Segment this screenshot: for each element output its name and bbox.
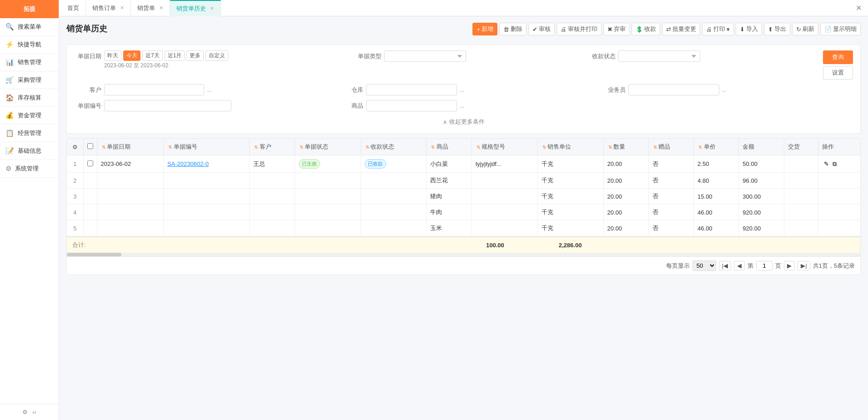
- cell-doc-status: [295, 173, 361, 189]
- toolbar-export-btn[interactable]: ⬆ 导出: [764, 23, 790, 35]
- payment-status-select[interactable]: [618, 50, 700, 62]
- toolbar-abandon-btn[interactable]: ✖ 弃审: [603, 23, 630, 35]
- sidebar-btn-collapse[interactable]: ‹‹: [32, 409, 36, 415]
- tab-sales-order-close[interactable]: ✕: [120, 5, 124, 11]
- tab-sales-history[interactable]: 销货单历史 ✕: [170, 0, 221, 16]
- cell-doc-no[interactable]: [163, 205, 250, 220]
- prev-page-btn[interactable]: ◀: [734, 261, 745, 270]
- table-header-row: ⚙ ⇅ 单据日期 ⇅ 单据编号: [67, 139, 860, 155]
- cell-doc-no[interactable]: [163, 220, 250, 236]
- toolbar-new-btn[interactable]: + 新增: [472, 23, 497, 35]
- salesperson-input[interactable]: [628, 84, 719, 95]
- th-spec-type[interactable]: ⇅ 规格型号: [472, 139, 537, 155]
- scrollbar-thumb[interactable]: [67, 253, 121, 256]
- copy-btn[interactable]: ⧉: [831, 160, 838, 169]
- row-num: 3: [67, 189, 83, 205]
- doc-type-select[interactable]: [384, 50, 466, 62]
- cell-doc-no[interactable]: [163, 189, 250, 205]
- doc-no-link[interactable]: SA-20230602-0: [167, 160, 209, 167]
- tab-sales-order[interactable]: 销售订单 ✕: [86, 0, 131, 16]
- toolbar-delete-btn[interactable]: 🗑 删除: [499, 23, 527, 35]
- th-unit-price[interactable]: ⇅ 单价: [694, 139, 739, 155]
- warehouse-more[interactable]: ...: [460, 87, 464, 93]
- th-qty[interactable]: ⇅ 数量: [603, 139, 648, 155]
- sidebar-item-purchase-mgmt[interactable]: 🛒 采购管理: [0, 71, 59, 89]
- th-checkbox[interactable]: [83, 139, 97, 155]
- th-gift[interactable]: ⇅ 赠品: [648, 139, 693, 155]
- toolbar-refresh-btn[interactable]: ↻ 刷新: [792, 23, 818, 35]
- horizontal-scrollbar[interactable]: [67, 253, 860, 256]
- sidebar-btn-settings[interactable]: ⚙: [22, 409, 28, 415]
- date-btn-custom[interactable]: 自定义: [206, 50, 228, 61]
- row-checkbox-cell[interactable]: [83, 155, 97, 173]
- customer-input[interactable]: [104, 84, 204, 95]
- last-page-btn[interactable]: ▶|: [798, 261, 810, 270]
- doc-no-input[interactable]: [104, 100, 231, 111]
- sort-icon: ⇅: [102, 145, 105, 150]
- row-checkbox-cell[interactable]: [83, 189, 97, 205]
- th-payment-status[interactable]: ⇅ 收款状态: [361, 139, 426, 155]
- sidebar-item-basic-info[interactable]: 📝 基础信息: [0, 142, 59, 160]
- row-checkbox[interactable]: [87, 160, 93, 166]
- close-all-tabs[interactable]: ✕: [851, 4, 866, 12]
- date-btn-more[interactable]: 更多: [186, 50, 204, 61]
- toolbar-import-btn[interactable]: ⬇ 导入: [736, 23, 762, 35]
- current-page-input[interactable]: [756, 261, 773, 270]
- date-btn-last7[interactable]: 近7天: [142, 50, 163, 61]
- cell-gift: 否: [648, 189, 693, 205]
- next-page-btn[interactable]: ▶: [784, 261, 795, 270]
- edit-btn[interactable]: ✎: [822, 160, 831, 168]
- th-sales-unit[interactable]: ⇅ 销售单位: [537, 139, 603, 155]
- th-customer[interactable]: ⇅ 客户: [250, 139, 295, 155]
- th-goods[interactable]: ⇅ 商品: [426, 139, 472, 155]
- toolbar-collect-btn[interactable]: 💲 收款: [632, 23, 660, 35]
- warehouse-input[interactable]: [366, 84, 457, 95]
- cell-doc-no[interactable]: [163, 173, 250, 189]
- cell-customer: 王总: [250, 155, 295, 173]
- filter-settings-button[interactable]: 设置: [823, 66, 853, 80]
- tab-sales-history-close[interactable]: ✕: [210, 5, 214, 11]
- toolbar-show-detail-btn[interactable]: 📄 显示明细: [820, 23, 861, 35]
- page-size-select[interactable]: 50 20 100: [692, 260, 716, 271]
- sidebar-item-quick-nav[interactable]: ⚡ 快捷导航: [0, 36, 59, 54]
- row-checkbox-cell[interactable]: [83, 205, 97, 220]
- th-settings[interactable]: ⚙: [67, 139, 83, 155]
- date-btn-today[interactable]: 今天: [123, 50, 140, 61]
- cell-unit-price: 2.50: [694, 155, 739, 173]
- sidebar-item-sys-mgmt[interactable]: ⚙ 系统管理: [0, 160, 59, 178]
- sidebar-item-ops-mgmt[interactable]: 📋 经营管理: [0, 125, 59, 142]
- toolbar-print-btn[interactable]: 🖨 打印 ▾: [702, 23, 734, 35]
- th-doc-no[interactable]: ⇅ 单据编号: [163, 139, 250, 155]
- th-doc-status[interactable]: ⇅ 单据状态: [295, 139, 361, 155]
- toolbar-audit-btn[interactable]: ✔ 审核: [528, 23, 555, 35]
- date-btn-last1m[interactable]: 近1月: [165, 50, 185, 61]
- cell-qty: 20.00: [603, 155, 648, 173]
- tab-sales-delivery[interactable]: 销货单 ✕: [131, 0, 170, 16]
- date-btn-yesterday[interactable]: 昨天: [104, 50, 121, 61]
- cell-gift: 否: [648, 173, 693, 189]
- goods-more[interactable]: ...: [460, 103, 464, 109]
- sidebar-item-finance[interactable]: 💰 资金管理: [0, 107, 59, 125]
- row-checkbox-cell[interactable]: [83, 173, 97, 189]
- cell-doc-no[interactable]: SA-20230602-0: [163, 155, 250, 173]
- cell-qty: 20.00: [603, 189, 648, 205]
- sidebar-item-search-menu[interactable]: 🔍 搜索菜单: [0, 18, 59, 36]
- collapse-button[interactable]: ∧ 收起更多条件: [74, 116, 853, 128]
- row-checkbox-cell[interactable]: [83, 220, 97, 236]
- toolbar-batch-change-btn[interactable]: ⇄ 批量变更: [662, 23, 700, 35]
- sidebar-item-sales-mgmt[interactable]: 📊 销售管理: [0, 54, 59, 71]
- sidebar-item-inventory[interactable]: 🏠 库存核算: [0, 89, 59, 107]
- first-page-btn[interactable]: |◀: [719, 261, 731, 270]
- customer-more[interactable]: ...: [207, 87, 211, 93]
- query-button[interactable]: 查询: [823, 50, 853, 64]
- cell-doc-status: [295, 220, 361, 236]
- page-label-end: 页: [775, 262, 781, 270]
- toolbar-audit-print-btn[interactable]: 🖨 审核并打印: [557, 23, 602, 35]
- tab-home[interactable]: 首页: [61, 0, 86, 16]
- cell-goods: 猪肉: [426, 189, 472, 205]
- th-doc-date[interactable]: ⇅ 单据日期: [97, 139, 163, 155]
- tab-sales-delivery-close[interactable]: ✕: [159, 5, 163, 11]
- select-all-checkbox[interactable]: [87, 143, 93, 149]
- salesperson-more[interactable]: ...: [722, 87, 727, 93]
- goods-input[interactable]: [366, 100, 457, 111]
